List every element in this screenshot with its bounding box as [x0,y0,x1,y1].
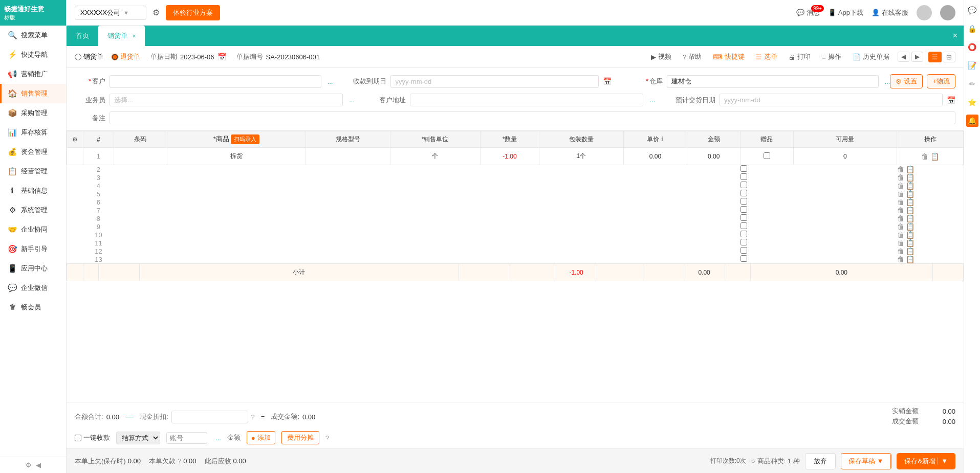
tab-close-all-btn[interactable]: × [947,31,964,40]
row-pack-qty-cell[interactable] [539,198,623,206]
row-amount-cell[interactable] [687,182,741,190]
logistics-btn[interactable]: +物流 [927,74,955,88]
row-pack-qty-cell[interactable]: 1个 [539,148,623,165]
history-btn[interactable]: 📄 历史单据 [850,51,892,62]
row-unit-price-cell[interactable] [623,255,687,263]
row-product-cell[interactable] [167,190,306,198]
delete-row-btn[interactable]: 🗑 [897,173,904,182]
gift-checkbox[interactable] [764,152,770,159]
row-barcode-cell[interactable] [114,239,167,247]
row-unit-price-cell[interactable] [623,206,687,214]
online-service-btn[interactable]: 👤 在线客服 [872,8,908,17]
gift-checkbox[interactable] [741,182,747,188]
row-unit-cell[interactable] [390,165,480,174]
row-unit-price-cell[interactable] [623,214,687,222]
row-pack-qty-cell[interactable] [539,206,623,214]
address-dots-btn[interactable]: ... [649,96,655,104]
sidebar-item-search[interactable]: 🔍 搜索菜单 [0,26,66,45]
row-spec-cell[interactable] [306,214,390,222]
operate-btn[interactable]: ≡ 操作 [819,51,844,62]
discount-help-icon[interactable]: ? [251,413,255,421]
row-pack-qty-cell[interactable] [539,222,623,231]
row-amount-cell[interactable] [687,239,741,247]
row-qty-cell[interactable] [480,190,539,198]
row-barcode-cell[interactable] [114,173,167,182]
row-pack-qty-cell[interactable] [539,190,623,198]
row-gift-cell[interactable] [741,247,794,255]
row-unit-price-cell[interactable] [623,173,687,182]
row-spec-cell[interactable] [306,173,390,182]
row-product-cell[interactable] [167,222,306,231]
sidebar-item-purchase[interactable]: 📦 采购管理 [0,103,66,123]
delete-row-btn[interactable]: 🗑 [897,165,904,173]
row-qty-cell[interactable] [480,214,539,222]
row-unit-price-cell[interactable] [623,247,687,255]
row-amount-cell[interactable] [687,173,741,182]
row-qty-cell[interactable] [480,182,539,190]
warehouse-dots-btn[interactable]: ... [885,78,890,85]
tab-sales-order[interactable]: 销货单 × [98,26,145,46]
row-amount-cell[interactable] [687,255,741,263]
tab-close-icon[interactable]: × [133,33,136,39]
salesperson-dots-btn[interactable]: ... [349,96,355,104]
sidebar-item-inventory[interactable]: 📊 库存核算 [0,123,66,142]
row-qty-cell[interactable] [480,222,539,231]
right-sidebar-star-icon[interactable]: ⭐ [966,96,978,108]
row-amount-cell[interactable] [687,190,741,198]
settings-footer-icon[interactable]: ⚙ [26,461,32,469]
expected-date-calendar-icon[interactable]: 📅 [947,96,955,104]
row-spec-cell[interactable] [306,239,390,247]
account-input[interactable] [166,432,207,444]
row-gift-cell[interactable] [741,190,794,198]
copy-row-btn[interactable]: 📋 [930,152,939,161]
gift-checkbox[interactable] [741,190,747,196]
row-unit-cell[interactable] [390,198,480,206]
row-barcode-cell[interactable] [114,231,167,239]
sidebar-item-basic[interactable]: ℹ 基础信息 [0,181,66,200]
tab-home[interactable]: 首页 [67,26,98,46]
one-click-payment-label[interactable]: 一键收款 [75,433,110,442]
row-gift-cell[interactable] [741,255,794,263]
avatar[interactable] [917,5,932,20]
sidebar-item-management[interactable]: 📋 经营管理 [0,162,66,181]
row-qty-cell[interactable] [480,173,539,182]
radio-sale-order[interactable]: 销货单 [75,52,103,61]
row-gift-cell[interactable] [741,222,794,231]
setup-btn[interactable]: ⚙ 设置 [890,74,923,88]
row-pack-qty-cell[interactable] [539,182,623,190]
one-click-payment-checkbox[interactable] [75,435,81,441]
delete-row-btn[interactable]: 🗑 [897,255,904,263]
video-btn[interactable]: ▶ 视频 [648,51,674,62]
row-qty-cell[interactable] [480,165,539,174]
row-unit-cell[interactable] [390,190,480,198]
row-amount-cell[interactable] [687,198,741,206]
right-sidebar-lock-icon[interactable]: 🔒 [966,22,978,35]
row-unit-cell[interactable] [390,255,480,263]
row-barcode-cell[interactable] [114,206,167,214]
gift-checkbox[interactable] [741,222,747,229]
shortcut-btn[interactable]: ⌨ 快捷键 [710,51,748,62]
next-btn[interactable]: ▶ [911,52,923,62]
row-unit-price-cell[interactable]: 0.00 [623,148,687,165]
row-gift-cell[interactable] [741,182,794,190]
gift-checkbox[interactable] [741,231,747,237]
delete-row-btn[interactable]: 🗑 [897,239,904,247]
row-qty-cell[interactable]: -1.00 [480,148,539,165]
row-unit-cell[interactable] [390,214,480,222]
row-spec-cell[interactable] [306,148,390,165]
receive-date-input[interactable] [390,75,598,88]
sidebar-item-sales[interactable]: 🏠 销售管理 [0,84,66,103]
expected-date-input[interactable] [720,94,943,106]
row-barcode-cell[interactable] [114,190,167,198]
sidebar-item-appcenter[interactable]: 📱 应用中心 [0,259,66,278]
row-barcode-cell[interactable] [114,222,167,231]
row-unit-cell[interactable] [390,206,480,214]
row-product-cell[interactable] [167,239,306,247]
row-unit-price-cell[interactable] [623,165,687,174]
gift-checkbox[interactable] [741,255,747,262]
row-unit-cell[interactable] [390,222,480,231]
row-unit-price-cell[interactable] [623,222,687,231]
sidebar-item-finance[interactable]: 💰 资金管理 [0,142,66,162]
list-view-btn[interactable]: ☰ [928,52,942,62]
row-spec-cell[interactable] [306,190,390,198]
